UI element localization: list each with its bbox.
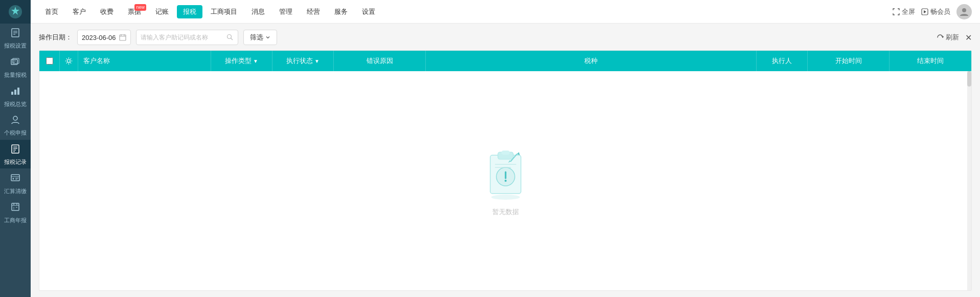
select-all-checkbox[interactable]: [46, 57, 53, 65]
svg-point-38: [227, 35, 231, 39]
nav-xiaox[interactable]: 消息: [245, 5, 271, 18]
table-header: 客户名称 操作类型 ▼ 执行状态 ▼ 错误原因 税种 执行人: [39, 51, 971, 71]
th-end-time: 结束时间: [890, 51, 971, 71]
chevron-down-icon: [265, 35, 270, 40]
table-body: 暂无数据: [39, 71, 971, 290]
search-placeholder: 请输入客户助记码或名称: [141, 33, 208, 42]
piliang-baoshui-icon: [10, 57, 20, 70]
sidebar-item-piliang-baoshui-label: 批量报税: [4, 71, 27, 78]
svg-rect-23: [12, 203, 19, 210]
nav-baoshui[interactable]: 报税: [177, 5, 202, 18]
svg-rect-43: [502, 151, 510, 155]
th-error-reason: 错误原因: [334, 51, 426, 71]
toolbar-right: 刷新 ✕: [937, 33, 972, 43]
empty-illustration: [480, 145, 531, 201]
huisuan-jiaona-icon: [10, 173, 20, 186]
main-wrapper: 首页 客户 收费 票据 new 记账 报税 工商项目 消息 管理 经营 服务 设…: [31, 0, 980, 297]
nav-fuwu[interactable]: 服务: [328, 5, 354, 18]
sidebar-item-geshuishenba[interactable]: 个税申报: [0, 111, 31, 140]
svg-rect-18: [11, 175, 19, 181]
svg-point-46: [505, 180, 507, 182]
date-input[interactable]: 2023-06-06: [77, 30, 131, 45]
nav-customer[interactable]: 客户: [66, 5, 92, 18]
sidebar-item-baoshui-jilu[interactable]: 报税记录: [0, 140, 31, 169]
new-badge: new: [134, 4, 146, 11]
svg-marker-51: [517, 152, 520, 155]
member-button[interactable]: 畅会员: [921, 7, 950, 16]
nav-home[interactable]: 首页: [39, 5, 64, 18]
th-op-type[interactable]: 操作类型 ▼: [211, 51, 272, 71]
baoshui-jilu-icon: [10, 144, 20, 157]
close-button[interactable]: ✕: [965, 33, 972, 43]
member-icon: [921, 8, 928, 15]
nav-guanli[interactable]: 管理: [273, 5, 299, 18]
sidebar-item-huisuan-jiaona[interactable]: 汇算清缴: [0, 168, 31, 198]
refresh-icon: [937, 34, 944, 41]
svg-rect-13: [12, 145, 19, 153]
geshuishenba-icon: [10, 115, 20, 128]
exec-status-sort-icon: ▼: [314, 58, 320, 64]
svg-point-12: [13, 116, 17, 120]
sidebar-item-baoshui-shezhi-label: 报税设置: [4, 42, 27, 49]
sidebar-item-geshuishenba-label: 个税申报: [4, 129, 27, 136]
th-start-time: 开始时间: [808, 51, 890, 71]
nav-gongshang-xiangmu[interactable]: 工商项目: [204, 5, 243, 18]
op-type-sort-icon: ▼: [253, 58, 258, 64]
svg-point-20: [13, 178, 14, 180]
scrollbar-thumb[interactable]: [967, 71, 971, 87]
table: 客户名称 操作类型 ▼ 执行状态 ▼ 错误原因 税种 执行人: [39, 50, 972, 291]
nav-jingyin[interactable]: 经营: [301, 5, 326, 18]
svg-rect-10: [14, 90, 16, 95]
baoshui-shezhi-icon: [10, 28, 20, 41]
svg-point-33: [962, 8, 966, 12]
svg-marker-31: [924, 10, 926, 13]
filter-button[interactable]: 筛选: [243, 30, 277, 45]
th-executor: 执行人: [757, 51, 808, 71]
sidebar-item-gongshang-nianbao[interactable]: 工商年报: [0, 198, 31, 227]
nav-jizhang[interactable]: 记账: [149, 5, 175, 18]
sidebar-item-gongshang-nianbao-label: 工商年报: [4, 217, 27, 224]
th-gear[interactable]: [60, 51, 78, 71]
th-checkbox[interactable]: [39, 51, 60, 71]
calendar-icon: [119, 34, 126, 41]
svg-point-40: [67, 59, 71, 62]
topnav-right: 全屏 畅会员: [893, 4, 972, 19]
sidebar-logo: [0, 0, 31, 24]
search-box[interactable]: 请输入客户助记码或名称: [136, 30, 238, 45]
baoshui-zongjian-icon: [10, 86, 20, 99]
date-label: 操作日期：: [39, 33, 72, 42]
th-exec-status[interactable]: 执行状态 ▼: [272, 51, 334, 71]
fullscreen-button[interactable]: 全屏: [893, 7, 915, 16]
fullscreen-icon: [893, 8, 900, 15]
empty-text: 暂无数据: [492, 207, 519, 217]
svg-rect-9: [11, 92, 13, 95]
svg-rect-34: [120, 35, 126, 40]
svg-rect-11: [17, 88, 19, 95]
th-tax-type: 税种: [426, 51, 757, 71]
scrollbar[interactable]: [967, 71, 971, 290]
gear-icon: [65, 57, 73, 65]
sidebar-item-piliang-baoshui[interactable]: 批量报税: [0, 53, 31, 82]
svg-line-39: [231, 38, 233, 40]
date-value: 2023-06-06: [82, 34, 116, 41]
th-name: 客户名称: [78, 51, 211, 71]
toolbar: 操作日期： 2023-06-06 请输入客户助记码或名称 筛选: [39, 30, 972, 45]
content: 操作日期： 2023-06-06 请输入客户助记码或名称 筛选: [31, 24, 980, 297]
sidebar-item-baoshui-zongjian[interactable]: 报税总览: [0, 81, 31, 111]
refresh-label: 刷新: [946, 33, 959, 42]
topnav-items: 首页 客户 收费 票据 new 记账 报税 工商项目 消息 管理 经营 服务 设…: [39, 5, 893, 18]
nav-piaoju[interactable]: 票据 new: [122, 5, 147, 18]
refresh-button[interactable]: 刷新: [937, 33, 959, 42]
nav-shezhi[interactable]: 设置: [356, 5, 381, 18]
gongshang-nianbao-icon: [10, 202, 20, 215]
sidebar-item-baoshui-jilu-label: 报税记录: [4, 158, 27, 165]
empty-state: 暂无数据: [480, 145, 531, 217]
sidebar-item-baoshui-shezhi[interactable]: 报税设置: [0, 24, 31, 53]
nav-shoufei[interactable]: 收费: [94, 5, 120, 18]
sidebar-item-huisuan-jiaona-label: 汇算清缴: [4, 187, 27, 195]
search-icon: [226, 34, 234, 41]
topnav: 首页 客户 收费 票据 new 记账 报税 工商项目 消息 管理 经营 服务 设…: [31, 0, 980, 24]
sidebar-item-baoshui-zongjian-label: 报税总览: [4, 100, 27, 108]
filter-label: 筛选: [250, 33, 263, 42]
avatar[interactable]: [956, 4, 972, 19]
